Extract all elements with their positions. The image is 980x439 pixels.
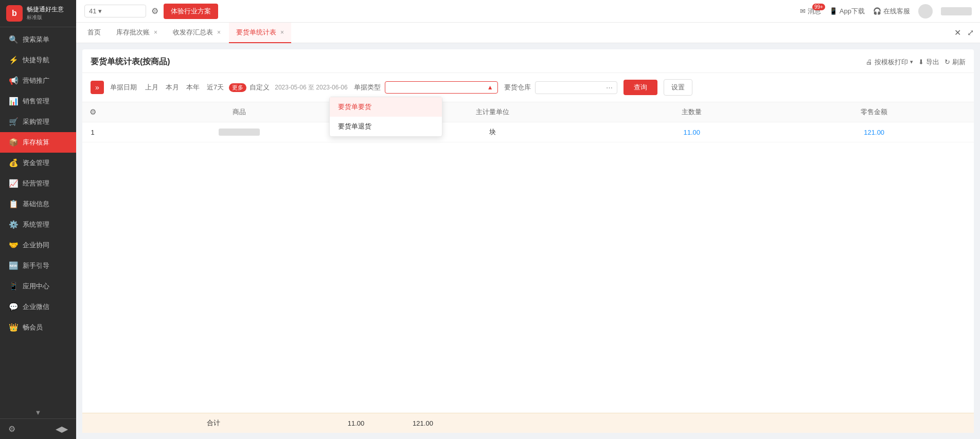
date-range-display: 2023-05-06 至 2023-06-06 [275, 83, 347, 92]
app-download-button[interactable]: 📱 App下载 [829, 7, 865, 16]
date-last-month[interactable]: 上月 [143, 82, 161, 93]
page-title: 要货单统计表(按商品) [91, 57, 170, 67]
search-icon: 🔍 [8, 34, 19, 45]
messages-button[interactable]: ✉ 消息 99+ [800, 7, 821, 16]
topbar-chevron-icon: ▾ [98, 7, 102, 15]
tabs-maximize-icon[interactable]: ⤢ [965, 26, 976, 40]
tab-summary[interactable]: 收发存汇总表 × [166, 23, 228, 43]
row-index: 1 [82, 122, 103, 142]
type-select[interactable]: ▲ [385, 81, 498, 94]
sidebar-item-search[interactable]: 🔍 搜索菜单 [0, 29, 76, 50]
query-button[interactable]: 查询 [623, 80, 657, 95]
type-label: 单据类型 [354, 83, 381, 92]
topbar-gear-icon[interactable]: ⚙ [151, 6, 158, 16]
message-icon: ✉ [800, 7, 806, 15]
tab-close-order-stats[interactable]: × [280, 29, 284, 36]
sidebar-bottom: ⚙ ◀▶ [0, 418, 76, 439]
type-filter-group: 单据类型 ▲ [354, 81, 498, 94]
page-header: 要货单统计表(按商品) 🖨 按模板打印 ▾ ⬇ 导出 ↻ 刷新 [82, 49, 974, 73]
sidebar-item-newbie[interactable]: 🆕 新手引导 [0, 255, 76, 276]
type-select-caret: ▲ [487, 84, 493, 91]
tabs-bar: 首页 库存批次账 × 收发存汇总表 × 要货单统计表 × ✕ ⤢ [76, 23, 980, 43]
tab-close-inventory-batch[interactable]: × [154, 29, 157, 36]
newbie-icon: 🆕 [8, 261, 19, 271]
purchase-icon: 🛒 [8, 117, 19, 127]
sales-icon: 📊 [8, 96, 19, 106]
sidebar-item-finance[interactable]: 💰 资金管理 [0, 153, 76, 173]
tab-order-stats[interactable]: 要货单统计表 × [229, 23, 291, 43]
row-qty[interactable]: 11.00 [609, 122, 774, 142]
sidebar-item-sales[interactable]: 📊 销售管理 [0, 91, 76, 112]
date-label: 单据日期 [110, 83, 137, 92]
row-amount[interactable]: 121.00 [774, 122, 974, 142]
headset-icon: 🎧 [873, 7, 881, 15]
export-button[interactable]: ⬇ 导出 [918, 58, 939, 67]
date-custom-btn[interactable]: 自定义 [250, 83, 270, 92]
sidebar-item-purchase[interactable]: 🛒 采购管理 [0, 112, 76, 132]
sidebar-item-marketing[interactable]: 📢 营销推广 [0, 70, 76, 91]
filter-expand-button[interactable]: » [91, 81, 104, 94]
member-icon: 👑 [8, 322, 19, 333]
date-this-year[interactable]: 本年 [184, 82, 202, 93]
sidebar-item-wechat[interactable]: 💬 企业微信 [0, 297, 76, 317]
type-dropdown: 要货单要货 要货单退货 [329, 97, 442, 137]
sidebar-item-system[interactable]: ⚙️ 系统管理 [0, 214, 76, 235]
export-icon: ⬇ [918, 58, 924, 66]
enterprise-icon: 🤝 [8, 240, 19, 250]
sidebar-item-quicknav[interactable]: ⚡ 快捷导航 [0, 50, 76, 70]
sidebar-settings-icon[interactable]: ⚙ [8, 424, 15, 434]
footer-total-amount: 121.00 [402, 419, 443, 427]
topbar-left: 41 ▾ ⚙ 体验行业方案 [84, 4, 218, 19]
dropdown-item-1[interactable]: 要货单退货 [330, 117, 442, 136]
date-last-7days[interactable]: 近7天 [205, 82, 226, 93]
tab-home[interactable]: 首页 [80, 23, 108, 43]
table-footer: 合计 11.00 121.00 [82, 413, 974, 433]
warehouse-filter-group: 要货仓库 ⋯ [504, 81, 617, 94]
date-buttons: 上月 本月 本年 近7天 更多 自定义 2023-05-06 至 2023-06… [143, 82, 348, 93]
table-container: ⚙ 商品 主计量单位 主数量 零售金额 1 [82, 102, 974, 413]
sidebar-item-enterprise[interactable]: 🤝 企业协同 [0, 235, 76, 255]
table-row: 1 块 11.00 121.00 [82, 122, 974, 142]
date-more-badge[interactable]: 更多 [229, 83, 246, 92]
date-this-month[interactable]: 本月 [164, 82, 181, 93]
refresh-button[interactable]: ↻ 刷新 [945, 58, 966, 67]
sidebar-item-apps[interactable]: 📱 应用中心 [0, 276, 76, 297]
table-header-amount: 零售金额 [774, 102, 974, 122]
app-logo-icon: b [6, 5, 23, 22]
print-chevron-icon: ▾ [910, 59, 913, 65]
table-header-settings[interactable]: ⚙ [82, 102, 103, 122]
topbar-select[interactable]: 41 ▾ [84, 5, 146, 17]
tab-inventory-batch[interactable]: 库存批次账 × [109, 23, 165, 43]
data-table: ⚙ 商品 主计量单位 主数量 零售金额 1 [82, 102, 974, 142]
column-settings-icon[interactable]: ⚙ [90, 107, 96, 116]
dropdown-item-0[interactable]: 要货单要货 [330, 97, 442, 117]
trial-button[interactable]: 体验行业方案 [164, 4, 218, 19]
settings-button[interactable]: 设置 [664, 79, 692, 96]
print-button[interactable]: 🖨 按模板打印 ▾ [866, 58, 913, 67]
finance-icon: 💰 [8, 158, 19, 168]
sidebar-item-member[interactable]: 👑 畅会员 [0, 317, 76, 338]
sidebar-item-basics[interactable]: 📋 基础信息 [0, 194, 76, 214]
footer-total-label: 合计 [207, 418, 248, 428]
topbar-right: ✉ 消息 99+ 📱 App下载 🎧 在线客服 [800, 4, 972, 19]
sidebar-item-inventory[interactable]: 📦 库存核算 [0, 132, 76, 153]
username-label [941, 7, 972, 15]
user-avatar[interactable] [918, 4, 933, 19]
sidebar-item-operations[interactable]: 📈 经营管理 [0, 173, 76, 194]
sidebar-scroll-down[interactable]: ▼ [0, 407, 76, 418]
table-body: 1 块 11.00 121.00 [82, 122, 974, 142]
topbar: 41 ▾ ⚙ 体验行业方案 ✉ 消息 99+ 📱 App下载 🎧 在线客服 [76, 0, 980, 23]
app-logo-text: 畅捷通好生意 标准版 [27, 6, 64, 21]
refresh-icon: ↻ [945, 58, 950, 66]
warehouse-select[interactable]: ⋯ [535, 81, 617, 94]
tabs-right-controls: ✕ ⤢ [952, 26, 980, 40]
page-actions: 🖨 按模板打印 ▾ ⬇ 导出 ↻ 刷新 [866, 58, 966, 67]
tabs-close-all-icon[interactable]: ✕ [952, 26, 963, 40]
filter-bar: » 单据日期 上月 本月 本年 近7天 更多 自定义 2023-05-06 至 … [82, 73, 974, 102]
tab-close-summary[interactable]: × [217, 29, 221, 36]
sidebar: b 畅捷通好生意 标准版 🔍 搜索菜单 ⚡ 快捷导航 📢 营销推广 📊 销售管理… [0, 0, 76, 439]
basics-icon: 📋 [8, 199, 19, 209]
sidebar-collapse-icon[interactable]: ◀▶ [56, 424, 68, 434]
warehouse-more-icon: ⋯ [606, 84, 613, 92]
online-service-button[interactable]: 🎧 在线客服 [873, 7, 910, 16]
